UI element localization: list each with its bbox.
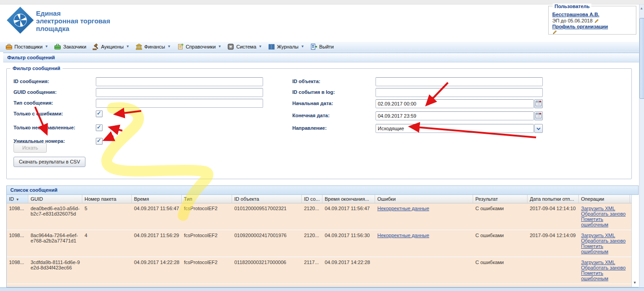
error-link[interactable]: Некорректные данные [377, 233, 429, 238]
filter-input-object-id[interactable] [376, 77, 543, 86]
menu-item-label: Система [236, 44, 256, 49]
error-link[interactable]: Некорректные данные [377, 206, 429, 211]
menu-item-auctions[interactable]: Аукционы▼ [90, 42, 134, 52]
grid-title: Список сообщений [7, 186, 638, 195]
cell-operations: Загрузить XMLОбработать зановоПометить о… [579, 257, 630, 283]
directories-book-icon [177, 43, 184, 50]
profile-pen-icon[interactable] [552, 30, 557, 35]
filter-input-message-id[interactable] [96, 77, 263, 86]
operation-link[interactable]: Загрузить XML [581, 206, 615, 211]
cell-type: fcsProtocolSi... [182, 284, 232, 287]
grid-body: 1098...dea0bed6-ea10-a56d-b2c7-e831d3260… [7, 203, 631, 287]
cell-package: 5 [82, 284, 132, 287]
menu-item-finance[interactable]: Финансы▼ [134, 42, 175, 52]
menu-item-label: Журналы [277, 44, 299, 49]
calendar-button[interactable] [534, 99, 543, 108]
operation-link[interactable]: Пометить ошибочным [581, 243, 608, 254]
checkbox-unique-numbers[interactable] [96, 138, 103, 145]
operation-link[interactable]: Загрузить XML [581, 233, 615, 238]
cell-id_so: 2117... [302, 257, 322, 283]
download-csv-button[interactable]: Скачать результаты в CSV [13, 157, 85, 167]
operation-link[interactable]: Обработать заново [581, 238, 626, 243]
column-header-type[interactable]: Тип [182, 195, 232, 203]
main-menubar: Поставщики▼ЗаказчикиАукционы▼Финансы▼Спр… [0, 41, 644, 52]
filter-input-message-type[interactable] [96, 99, 263, 108]
cell-package [82, 257, 132, 283]
scrollbar-thumb[interactable] [640, 18, 644, 99]
column-header-id[interactable]: ID▼ [7, 195, 28, 203]
filter-input-direction[interactable]: Исходящие [376, 124, 534, 133]
table-row[interactable]: 1098...3cdfda9b-8111-6d6e-9e2d-8d34f423e… [7, 257, 631, 284]
direction-dropdown-button[interactable] [534, 124, 543, 133]
cell-time: 04.09.2017 11:56:47 [132, 203, 182, 229]
user-name-link[interactable]: Бесстрашнова А.В. [552, 12, 599, 17]
cell-id: 1098... [7, 257, 28, 283]
cell-end_time: 04.09.2017 11:56:30 [322, 230, 375, 256]
column-header-time[interactable]: Время [132, 195, 182, 203]
column-header-attempt_date[interactable]: Дата попытки отп... [528, 195, 579, 203]
operation-link[interactable]: Загрузить XML [581, 287, 615, 287]
calendar-button[interactable] [534, 111, 543, 120]
cell-id: 1098... [7, 284, 28, 287]
cell-result: С ошибками [473, 257, 528, 283]
operation-link[interactable]: Пометить ошибочным [581, 216, 608, 227]
cell-package: 4 [82, 230, 132, 256]
column-header-result[interactable]: Результат [473, 195, 528, 203]
column-header-errors[interactable]: Ошибки [375, 195, 473, 203]
grid-scrollbar-down-button[interactable]: ▼ [633, 281, 637, 285]
table-row[interactable]: 1098...8ac9644a-7264-e6ef-e768-a2b2a7747… [7, 230, 631, 257]
table-row[interactable]: 1098...dea0bed6-ea10-a56d-b2c7-e831d3260… [7, 203, 631, 230]
cell-end_time: 04.09.2017 20:54:18 [322, 284, 375, 287]
calendar-icon [536, 112, 541, 119]
column-header-id_so[interactable]: ID со... [302, 195, 322, 203]
chevron-down-icon: ▼ [45, 44, 49, 48]
filter-input-end-date[interactable]: 04.09.2017 23:59 [376, 111, 534, 120]
cell-time: 04.09.2017 14:22:28 [132, 257, 182, 283]
operation-link[interactable]: Пометить ошибочным [581, 270, 608, 281]
column-header-guid[interactable]: GUID [28, 195, 82, 203]
chevron-down-icon: ▼ [126, 44, 130, 48]
column-header-end_time[interactable]: Время окончания... [322, 195, 375, 203]
cell-attempt_date [528, 284, 579, 287]
menu-item-label: Финансы [144, 44, 165, 49]
filter-input-message-guid[interactable] [96, 88, 263, 97]
table-row[interactable]: 1098...98ad378b-9305-98e7-7ea5504.09.201… [7, 284, 631, 287]
menu-item-suppliers[interactable]: Поставщики▼ [4, 42, 52, 52]
operation-link[interactable]: Обработать заново [581, 265, 626, 270]
checkbox-only-unsent[interactable] [96, 124, 103, 131]
checkbox-only-errors[interactable] [96, 110, 103, 117]
menu-item-exit[interactable]: Выйти [309, 42, 338, 52]
messages-grid-panel: Список сообщений ID▼GUIDНомер пакетаВрем… [6, 185, 639, 287]
menu-item-system[interactable]: Система▼ [225, 42, 266, 52]
cell-result: С ошибками [473, 230, 528, 256]
operation-link[interactable]: Обработать заново [581, 211, 626, 216]
org-profile-link[interactable]: Профиль организации [552, 24, 608, 29]
search-button[interactable]: Искать [13, 143, 47, 153]
menu-item-label: Справочники [186, 44, 216, 49]
grid-scrollbar[interactable] [631, 195, 639, 287]
column-header-object_id[interactable]: ID объекта [232, 195, 302, 203]
cell-id: 1098... [7, 230, 28, 256]
cell-guid: 8ac9644a-7264-e6ef-e768-a2b2a77471d1 [28, 230, 82, 256]
error-link[interactable]: Некорректные данные [377, 287, 429, 287]
filter-input-log-event-id[interactable] [376, 88, 543, 97]
filter-label: ID сообщения: [13, 79, 49, 84]
cell-end_time: 04.09.2017 11:56:47 [322, 203, 375, 229]
menu-item-directories[interactable]: Справочники▼ [175, 42, 226, 52]
menu-item-journals[interactable]: Журналы▼ [266, 42, 309, 52]
cell-id_so: 2120... [302, 230, 322, 256]
scrollbar-up-button[interactable]: ▲ [640, 6, 644, 11]
sort-desc-icon: ▼ [16, 198, 19, 202]
cell-object_id: 0113300018017002705 [232, 284, 302, 287]
column-header-operations[interactable]: Операции [579, 195, 630, 203]
operation-link[interactable]: Загрузить XML [581, 260, 615, 265]
cell-guid: dea0bed6-ea10-a56d-b2c7-e831d326075d [28, 203, 82, 229]
cell-id_so: 2120... [302, 203, 322, 229]
filter-input-start-date[interactable]: 02.09.2017 00:00 [376, 99, 534, 108]
filter-label: GUID сообщения: [13, 89, 57, 95]
column-header-package[interactable]: Номер пакета [82, 195, 132, 203]
window-top-edge [0, 0, 644, 4]
cert-pen-icon[interactable] [594, 18, 599, 24]
menu-item-customers[interactable]: Заказчики [52, 42, 90, 52]
journals-books-icon [268, 43, 275, 50]
